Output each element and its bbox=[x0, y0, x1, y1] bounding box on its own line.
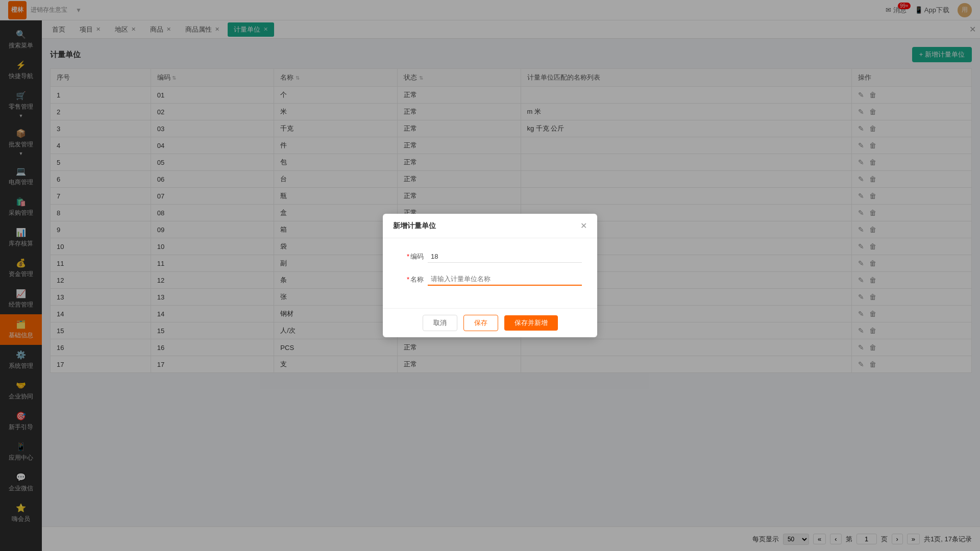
cancel-button[interactable]: 取消 bbox=[423, 315, 457, 331]
modal-title: 新增计量单位 bbox=[393, 221, 436, 231]
name-label: *名称 bbox=[398, 275, 424, 284]
modal-header: 新增计量单位 ✕ bbox=[383, 214, 597, 238]
name-required: * bbox=[407, 276, 409, 283]
modal-overlay: 新增计量单位 ✕ *编码 *名称 取消 保存 保存并新增 bbox=[0, 0, 980, 551]
code-label: *编码 bbox=[398, 252, 424, 261]
name-input[interactable] bbox=[428, 273, 582, 286]
modal-body: *编码 *名称 bbox=[383, 238, 597, 308]
modal-close-button[interactable]: ✕ bbox=[580, 221, 587, 231]
modal-footer: 取消 保存 保存并新增 bbox=[383, 308, 597, 337]
add-unit-modal: 新增计量单位 ✕ *编码 *名称 取消 保存 保存并新增 bbox=[383, 214, 597, 337]
form-row-code: *编码 bbox=[398, 251, 582, 263]
save-button[interactable]: 保存 bbox=[463, 315, 498, 331]
form-row-name: *名称 bbox=[398, 273, 582, 286]
code-input[interactable] bbox=[428, 251, 582, 263]
code-required: * bbox=[407, 253, 409, 260]
save-and-new-button[interactable]: 保存并新增 bbox=[504, 315, 558, 331]
